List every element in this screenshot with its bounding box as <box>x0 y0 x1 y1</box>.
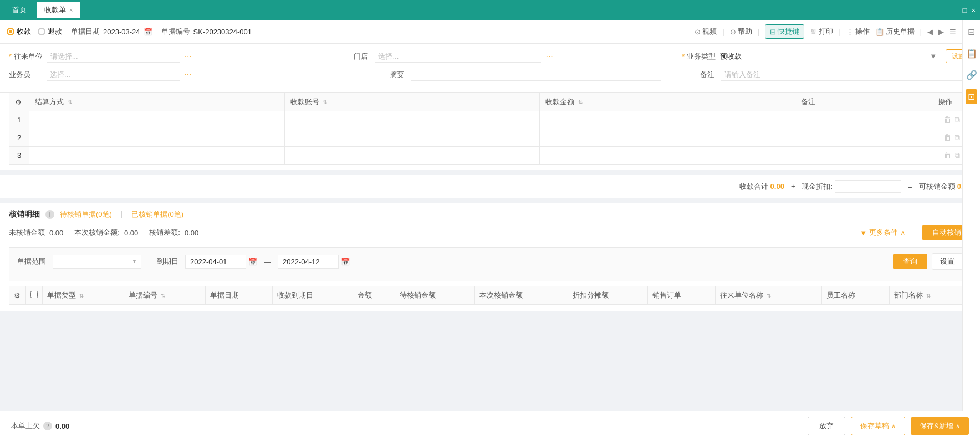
row-1-copy-icon[interactable]: ⧉ <box>955 115 960 125</box>
row-2-remark[interactable] <box>795 129 932 147</box>
action-print[interactable]: 🖶 打印 <box>810 27 833 37</box>
partner-input[interactable] <box>47 50 180 63</box>
hx-tab-done[interactable]: 已核销单据(0笔) <box>131 209 183 219</box>
this-check-value: 0.00 <box>124 229 138 237</box>
tab-home[interactable]: 首页 <box>4 2 34 18</box>
date-from-input[interactable] <box>185 255 246 269</box>
hx-title-text: 核销明细 <box>9 209 40 219</box>
window-min-btn[interactable]: — <box>951 6 958 14</box>
row-2-settlement[interactable] <box>29 129 285 147</box>
hx-settings-icon[interactable]: ⚙ <box>14 291 21 300</box>
amount-sort-icon[interactable]: ⇅ <box>578 99 583 105</box>
hx-col-employee: 员工名称 <box>822 286 890 305</box>
account-sort-icon[interactable]: ⇅ <box>323 99 327 105</box>
row-3-remark[interactable] <box>795 147 932 165</box>
row-3-amount[interactable] <box>540 147 795 165</box>
action-operate[interactable]: ⋮ 操作 <box>846 27 870 37</box>
settlement-sort-icon[interactable]: ⇅ <box>68 99 72 105</box>
tab-bar-left: 首页 收款单 × <box>4 2 80 18</box>
range-select[interactable] <box>53 255 141 269</box>
salesman-ellipsis[interactable]: ··· <box>182 70 193 80</box>
action-video[interactable]: ⊙ 视频 <box>695 27 717 37</box>
hx-select-all[interactable] <box>30 291 38 298</box>
right-panel-icon-3[interactable]: 🔗 <box>964 68 979 83</box>
hx-col-checkbox[interactable] <box>26 286 43 305</box>
radio-tuikuan[interactable]: 退款 <box>38 27 62 37</box>
total-item: 收款合计 0.00 <box>739 182 784 192</box>
right-panel-icon-4[interactable]: ⊡ <box>966 89 977 104</box>
col-settings-header[interactable]: ⚙ <box>9 93 29 111</box>
row-2-amount[interactable] <box>540 129 795 147</box>
discount-input[interactable] <box>835 180 901 193</box>
action-shortcut[interactable]: ⊟ 快捷键 <box>765 24 804 39</box>
col-settlement-label: 结算方式 <box>35 98 64 106</box>
date-label: 单据日期 <box>71 27 100 37</box>
salesman-input[interactable] <box>47 69 180 81</box>
window-restore-btn[interactable]: □ <box>963 6 967 14</box>
action-help[interactable]: ⊙ 帮助 <box>730 27 752 37</box>
partner-ellipsis[interactable]: ··· <box>182 52 194 61</box>
calendar-icon[interactable]: 📅 <box>144 28 152 36</box>
col-settlement-header: 结算方式 ⇅ <box>29 93 285 111</box>
hx-tab-pending[interactable]: 待核销单据(0笔) <box>60 209 112 219</box>
table-settings-icon[interactable]: ⚙ <box>15 98 22 106</box>
row-2-copy-icon[interactable]: ⧉ <box>955 133 960 142</box>
abandon-btn[interactable]: 放弃 <box>808 417 845 435</box>
tab-bar: 首页 收款单 × — □ × <box>0 0 980 20</box>
hx-col-settings[interactable]: ⚙ <box>9 286 26 305</box>
shortcut-icon: ⊟ <box>770 28 776 36</box>
right-panel-icon-1[interactable]: ⊟ <box>966 24 977 39</box>
row-1-settlement[interactable] <box>29 111 285 129</box>
total-value: 0.00 <box>770 182 784 191</box>
settlement-table: ⚙ 结算方式 ⇅ 收款账号 ⇅ 收款金额 ⇅ 备注 操作 <box>9 93 971 165</box>
window-close-btn[interactable]: × <box>971 6 976 14</box>
summary-input[interactable] <box>411 69 661 81</box>
form-row-2: 业务员 ··· 摘要 备注 <box>9 69 971 81</box>
remark-input[interactable] <box>721 69 971 81</box>
date-to-calendar-icon[interactable]: 📅 <box>341 258 350 266</box>
row-1-amount[interactable] <box>540 111 795 129</box>
tab-shoukuan[interactable]: 收款单 × <box>37 2 80 18</box>
nav-right-icon[interactable]: ▶ <box>938 28 944 36</box>
doc-no-value: SK-20230324-001 <box>193 28 252 36</box>
tab-close-icon[interactable]: × <box>69 7 73 13</box>
toolbar: 收款 退款 单据日期 2023-03-24 📅 单据编号 SK-20230324… <box>0 20 980 44</box>
row-1-remark[interactable] <box>795 111 932 129</box>
col-actions-label: 操作 <box>938 98 952 106</box>
more-conditions-btn[interactable]: ▼ 更多条件 ∧ <box>860 228 906 238</box>
query-btn[interactable]: 查询 <box>893 254 927 269</box>
right-panel-icon-2[interactable]: 📋 <box>964 46 979 61</box>
row-1-delete-icon[interactable]: 🗑 <box>943 115 951 125</box>
row-2-account[interactable] <box>284 129 540 147</box>
hx-setting-btn[interactable]: 设置 <box>932 253 963 270</box>
tab-shoukuan-label: 收款单 <box>44 5 66 15</box>
action-shortcut-label: 快捷键 <box>778 27 799 37</box>
hx-partner-sort[interactable]: ⇅ <box>767 293 771 299</box>
hx-dept-sort[interactable]: ⇅ <box>926 293 931 299</box>
hx-doc-no-sort[interactable]: ⇅ <box>161 293 165 299</box>
date-from-calendar-icon[interactable]: 📅 <box>248 258 257 266</box>
hx-info-icon[interactable]: i <box>45 210 54 219</box>
action-print-label: 打印 <box>819 27 833 37</box>
row-3-account[interactable] <box>284 147 540 165</box>
hx-doc-type-sort[interactable]: ⇅ <box>79 293 84 299</box>
list-view-icon[interactable]: ☰ <box>950 28 956 36</box>
hx-filter-row: 单据范围 到期日 📅 — 📅 查询 设置 <box>17 253 963 270</box>
biz-type-chevron[interactable]: ▼ <box>930 52 937 60</box>
save-new-btn[interactable]: 保存&新增 ∧ <box>911 417 969 435</box>
date-field: 单据日期 2023-03-24 📅 <box>71 27 152 37</box>
row-3-copy-icon[interactable]: ⧉ <box>955 151 960 160</box>
bottom-info-icon[interactable]: ? <box>43 422 52 430</box>
nav-left-icon[interactable]: ◀ <box>927 28 933 36</box>
date-to-input[interactable] <box>278 255 339 269</box>
row-3-delete-icon[interactable]: 🗑 <box>943 151 951 160</box>
radio-shoukuan[interactable]: 收款 <box>7 27 31 37</box>
action-history[interactable]: 📋 历史单据 <box>875 27 915 37</box>
save-draft-btn[interactable]: 保存草稿 ∧ <box>851 417 905 435</box>
range-label: 单据范围 <box>17 257 46 266</box>
row-1-account[interactable] <box>284 111 540 129</box>
store-ellipsis[interactable]: ··· <box>543 52 555 61</box>
row-2-delete-icon[interactable]: 🗑 <box>943 133 951 142</box>
row-3-settlement[interactable] <box>29 147 285 165</box>
store-input[interactable] <box>375 50 541 63</box>
